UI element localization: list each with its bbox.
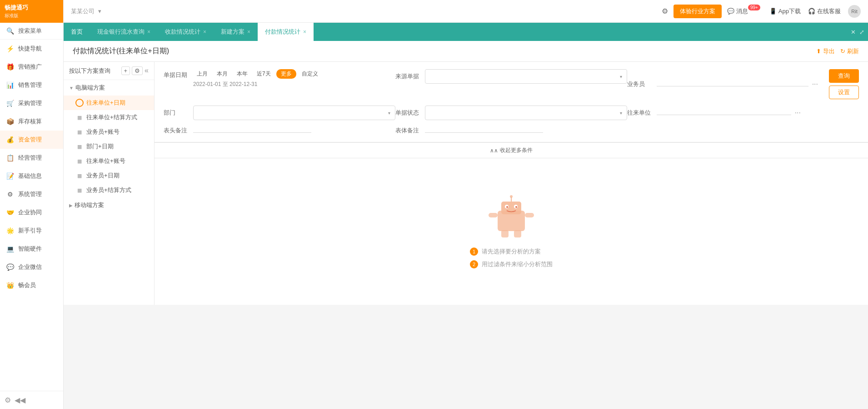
sidebar-item-hardware[interactable]: 💻智能硬件: [0, 240, 63, 258]
sidebar-label-wechat: 企业微信: [18, 263, 42, 271]
empty-state: 1 请先选择要分析的方案 2 用过滤条件来缩小分析范围: [155, 158, 868, 305]
page-header-actions: ⬆ 导出 ↻ 刷新: [816, 47, 859, 56]
trial-button[interactable]: 体验行业方案: [673, 5, 722, 18]
panel-collapse-btn[interactable]: «: [145, 66, 149, 75]
sidebar-label-basic_info: 基础信息: [18, 172, 42, 180]
tab-payment[interactable]: 付款情况统计 ×: [258, 23, 314, 41]
svg-point-11: [510, 195, 513, 198]
tab-bank[interactable]: 现金银行流水查询 ×: [90, 23, 158, 41]
dept-arrow: ▾: [388, 111, 390, 116]
sidebar-label-inventory: 库存核算: [18, 117, 42, 126]
salesman_settlement-icon: ▦: [75, 186, 84, 194]
export-button[interactable]: ⬆ 导出: [816, 47, 835, 56]
panel-header-label: 按以下方案查询: [69, 67, 121, 75]
collapse-button[interactable]: ∧∧ 收起更多条件: [155, 142, 868, 158]
tab-new[interactable]: 新建方案 ×: [214, 23, 258, 41]
sales-icon: 📊: [5, 81, 15, 90]
tab-close-all-icon[interactable]: ✕: [851, 29, 856, 35]
tab-payment-close[interactable]: ×: [303, 29, 306, 35]
sidebar-item-purchase[interactable]: 🛒采购管理: [0, 94, 63, 112]
panel-item-partner_settlement[interactable]: ▦往来单位+结算方式: [64, 110, 154, 125]
sidebar-item-sales[interactable]: 📊销售管理: [0, 76, 63, 94]
user-avatar[interactable]: Rit: [848, 5, 861, 18]
refresh-button[interactable]: ↻ 刷新: [840, 47, 859, 56]
messages-action[interactable]: 💬 消息 99+: [727, 7, 762, 15]
svg-rect-7: [525, 213, 534, 217]
sidebar-item-guide[interactable]: 🌟新手引导: [0, 222, 63, 240]
panel-item-dept_date[interactable]: ▦部门+日期: [64, 139, 154, 154]
purchase-icon: 🛒: [5, 99, 15, 108]
partner-input[interactable]: [657, 111, 791, 115]
wechat-icon: 💬: [5, 263, 15, 272]
collapse-sidebar-icon[interactable]: ◀◀: [15, 396, 25, 404]
query-button[interactable]: 查询: [829, 69, 859, 83]
panel-items-list: ▦往来单位+结算方式▦业务员+账号▦部门+日期▦往来单位+账号▦业务员+日期▦业…: [64, 110, 154, 197]
sidebar-label-enterprise: 企业协同: [18, 208, 42, 217]
salesman-dots[interactable]: ···: [808, 80, 822, 88]
sidebar-item-capital[interactable]: 💰资金管理: [0, 131, 63, 149]
desktop-section-header[interactable]: ▼ 电脑端方案: [64, 80, 154, 96]
salesman-input[interactable]: [657, 82, 808, 86]
date-btn-more[interactable]: 更多: [276, 69, 296, 79]
sidebar-item-enterprise[interactable]: 🤝企业协同: [0, 203, 63, 222]
tip2-number: 2: [470, 260, 478, 268]
sidebar-item-quick_nav[interactable]: ⚡快捷导航: [0, 40, 63, 58]
sidebar-label-member: 畅会员: [18, 281, 36, 289]
sidebar-item-system[interactable]: ⚙系统管理: [0, 185, 63, 203]
date-btn-7days[interactable]: 近7天: [253, 69, 274, 79]
settings-footer-icon[interactable]: ⚙: [5, 396, 11, 404]
body-note-filter: 表体备注: [395, 126, 627, 135]
partner-dots[interactable]: ···: [791, 109, 804, 117]
panel-item-salesman_settlement[interactable]: ▦业务员+结算方式: [64, 183, 154, 197]
source-select-arrow: ▾: [620, 74, 622, 79]
tab-home[interactable]: 首页: [64, 23, 90, 41]
date-btn-custom[interactable]: 自定义: [298, 69, 322, 79]
online-service-action[interactable]: 🎧 在线客服: [808, 7, 841, 15]
sidebar-item-inventory[interactable]: 📦库存核算: [0, 112, 63, 131]
status-select[interactable]: ▾: [425, 106, 627, 120]
body-note-input[interactable]: [425, 129, 543, 133]
panel-item-partner-date[interactable]: 往来单位+日期: [64, 96, 154, 110]
panel-add-btn[interactable]: +: [121, 66, 130, 75]
source-select[interactable]: ▾: [425, 69, 627, 84]
sidebar-item-operations[interactable]: 📋经营管理: [0, 149, 63, 167]
panel-gear-btn[interactable]: ⚙: [132, 66, 143, 75]
sidebar-item-search[interactable]: 🔍 搜索菜单: [0, 23, 63, 40]
sidebar-label-operations: 经营管理: [18, 154, 42, 162]
tab-new-close[interactable]: ×: [247, 29, 250, 35]
left-panel: 按以下方案查询 + ⚙ « ▼ 电脑端方案: [64, 62, 155, 305]
panel-item-salesman_date[interactable]: ▦业务员+日期: [64, 168, 154, 183]
tab-expand-icon[interactable]: ⤢: [859, 29, 864, 35]
header-note-input[interactable]: [193, 129, 311, 133]
date-range-display: 2022-01-01 至 2022-12-31: [193, 81, 322, 88]
sidebar-item-basic_info[interactable]: 📝基础信息: [0, 167, 63, 185]
settings-icon[interactable]: ⚙: [662, 7, 668, 15]
date-btn-last-month[interactable]: 上月: [193, 69, 211, 79]
tab-income[interactable]: 收款情况统计 ×: [158, 23, 214, 41]
sidebar-item-member[interactable]: 👑畅会员: [0, 276, 63, 294]
settings-button[interactable]: 设置: [829, 86, 859, 99]
item-label-salesman_settlement: 业务员+结算方式: [86, 186, 131, 194]
date-btn-this-year[interactable]: 本年: [233, 69, 251, 79]
mobile-section-header[interactable]: ▶ 移动端方案: [64, 197, 154, 213]
export-icon: ⬆: [816, 48, 821, 55]
app-download-label: App下载: [778, 7, 801, 15]
panel-item-partner_account[interactable]: ▦往来单位+账号: [64, 154, 154, 168]
message-icon: 💬: [727, 8, 734, 15]
tab-income-close[interactable]: ×: [203, 29, 206, 35]
sidebar-label-sales: 销售管理: [18, 81, 42, 89]
app-download-action[interactable]: 📱 App下载: [769, 7, 801, 15]
sidebar-label-hardware: 智能硬件: [18, 245, 42, 253]
date-btn-this-month[interactable]: 本月: [213, 69, 231, 79]
company-dropdown-icon[interactable]: ▾: [98, 8, 101, 15]
dept-select[interactable]: ▾: [193, 106, 395, 120]
sidebar-item-marketing[interactable]: 🎁营销推广: [0, 58, 63, 76]
collapse-chevron-icon: ∧∧: [490, 147, 498, 154]
panel-item-salesman_account[interactable]: ▦业务员+账号: [64, 125, 154, 139]
topbar: 某某公司 ▾ ⚙ 体验行业方案 💬 消息 99+ 📱 App下载 🎧 在线客服 …: [64, 0, 868, 23]
quick_nav-icon: ⚡: [5, 44, 15, 53]
tab-bank-close[interactable]: ×: [147, 29, 150, 35]
item-label-partner-date: 往来单位+日期: [86, 99, 125, 107]
sidebar-item-wechat[interactable]: 💬企业微信: [0, 258, 63, 276]
empty-tip-2: 2 用过滤条件来缩小分析范围: [470, 260, 553, 268]
